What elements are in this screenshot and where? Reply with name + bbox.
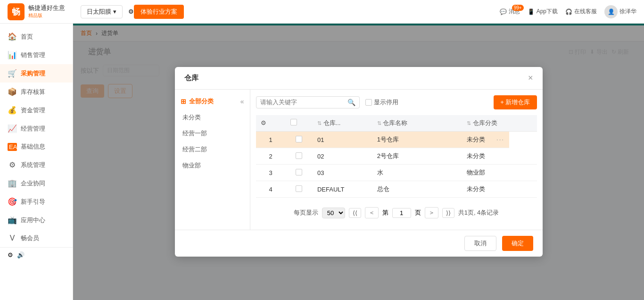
sidebar-label-home: 首页: [21, 33, 33, 41]
category-all-label: 全部分类: [189, 97, 214, 106]
sidebar-item-sales[interactable]: 📊 销售管理: [0, 46, 73, 64]
category-panel: ⊞ 全部分类 « 未分类 经营一部 经营二部: [175, 90, 250, 230]
row-num-2: 3: [256, 165, 286, 181]
show-disabled-toggle[interactable]: 显示停用: [365, 98, 398, 107]
per-page-label: 每页显示: [294, 208, 318, 217]
row-category-0: 未分类···: [462, 132, 509, 148]
notification-item[interactable]: 💬 消息 99+: [500, 8, 520, 16]
sidebar-item-home[interactable]: 🏠 首页: [0, 27, 73, 46]
row-num-0: 1: [256, 131, 286, 148]
category-all[interactable]: ⊞ 全部分类: [181, 97, 214, 106]
sidebar-item-apps[interactable]: 📺 应用中心: [0, 211, 73, 229]
table-row[interactable]: 2 02 2号仓库 未分类: [256, 148, 537, 165]
row-category-1: 未分类: [462, 148, 537, 165]
col-name-header: ⇅ 仓库名称: [372, 115, 462, 132]
row-code-2: 03: [313, 165, 372, 181]
grid-icon: ⊞: [181, 98, 186, 105]
settings-bottom-icon[interactable]: ⚙: [8, 251, 13, 258]
category-item-0[interactable]: 未分类: [175, 109, 250, 125]
table-row[interactable]: 4 DEFAULT 总仓 未分类: [256, 181, 537, 198]
app-download-item[interactable]: 📱 App下载: [528, 8, 558, 16]
row-name-3: 总仓: [372, 181, 462, 198]
col-setting-header: ⚙: [256, 115, 286, 132]
warehouse-table: ⚙ ⇅ 仓库...: [256, 115, 537, 198]
select-all-checkbox[interactable]: [290, 119, 297, 125]
dialog-body: ⊞ 全部分类 « 未分类 经营一部 经营二部: [175, 90, 543, 230]
app-edition: 精品版: [28, 12, 65, 19]
category-item-1[interactable]: 经营一部: [175, 125, 250, 142]
page-suffix: 页: [415, 208, 421, 217]
sidebar-label-sales: 销售管理: [21, 51, 45, 59]
search-icon: 🔍: [347, 99, 355, 106]
header-actions: 💬 消息 99+ 📱 App下载 🎧 在线客服 👤 徐泽华: [500, 5, 636, 18]
modal-overlay: 仓库 × ⊞ 全部分类 «: [73, 24, 644, 300]
per-page-select[interactable]: 50: [322, 208, 345, 218]
page-number-input[interactable]: [392, 208, 411, 218]
gear-icon[interactable]: ⚙: [261, 119, 266, 126]
basic-icon: EA: [8, 143, 17, 151]
app-download-label: App下载: [537, 8, 558, 16]
col-category-header: ⇅ 仓库分类: [462, 115, 537, 132]
store-name: 日太阳膜: [87, 8, 111, 16]
row-num-3: 4: [256, 181, 286, 198]
show-disabled-checkbox[interactable]: [365, 99, 372, 106]
user-profile[interactable]: 👤 徐泽华: [604, 5, 636, 18]
category-label-0: 未分类: [182, 114, 201, 121]
close-button[interactable]: ×: [528, 74, 533, 82]
collapse-button[interactable]: «: [240, 98, 244, 105]
sidebar-item-purchase[interactable]: 🛒 采购管理: [0, 64, 73, 83]
category-label-2: 经营二部: [182, 146, 207, 153]
category-header: ⊞ 全部分类 «: [175, 93, 250, 109]
sidebar-item-guide[interactable]: 🎯 新手引导: [0, 192, 73, 211]
sort-icon: ⇅: [317, 120, 322, 126]
main-content: 首页 › 进货单 进货单 ⊡ 打印 ⬇ 导出 ↻ 刷新 按以下 日期范围 查询 …: [73, 24, 644, 300]
online-service-label: 在线客服: [574, 8, 597, 16]
row-checkbox-0[interactable]: [296, 136, 302, 142]
sidebar-item-inventory[interactable]: 📦 库存核算: [0, 83, 73, 101]
dialog-title: 仓库: [184, 74, 198, 83]
inventory-icon: 📦: [8, 87, 17, 96]
col-category-label: 仓库分类: [473, 119, 497, 126]
sidebar-item-basic[interactable]: EA 基础信息: [0, 138, 73, 156]
speaker-icon[interactable]: 🔊: [17, 251, 25, 258]
row-checkbox-3[interactable]: [296, 185, 302, 192]
table-row[interactable]: 3 03 水 物业部: [256, 165, 537, 181]
sidebar-item-operation[interactable]: 📈 经营管理: [0, 119, 73, 138]
row-num-1: 2: [256, 148, 286, 165]
add-warehouse-button[interactable]: + 新增仓库: [494, 95, 537, 109]
sort-icon3: ⇅: [467, 120, 471, 126]
row-name-0: 1号仓库: [372, 131, 462, 148]
sidebar-label-system: 系统管理: [21, 161, 45, 169]
sidebar-item-enterprise[interactable]: 🏢 企业协同: [0, 174, 73, 192]
sidebar-item-finance[interactable]: 💰 资金管理: [0, 101, 73, 119]
headset-icon: 🎧: [565, 8, 572, 15]
col-code-label: 仓库...: [323, 119, 341, 126]
search-input[interactable]: [260, 99, 347, 106]
cancel-button[interactable]: 取消: [464, 236, 496, 251]
sort-icon2: ⇅: [377, 120, 381, 126]
online-service-item[interactable]: 🎧 在线客服: [565, 8, 597, 16]
first-page-button[interactable]: ⟨⟨: [349, 208, 361, 218]
store-selector[interactable]: 日太阳膜 ▾: [81, 5, 123, 18]
category-item-3[interactable]: 物业部: [175, 158, 250, 174]
row-category-2: 物业部: [462, 165, 537, 181]
category-item-2[interactable]: 经营二部: [175, 142, 250, 158]
apps-icon: 📺: [8, 216, 17, 225]
notification-badge: 99+: [512, 5, 524, 11]
confirm-button[interactable]: 确定: [502, 236, 533, 251]
sidebar-item-system[interactable]: ⚙ 系统管理: [0, 156, 73, 174]
row-checkbox-2[interactable]: [296, 169, 302, 175]
row-more-btn-0[interactable]: ···: [496, 136, 504, 143]
home-icon: 🏠: [8, 32, 17, 41]
last-page-button[interactable]: ⟩⟩: [442, 208, 454, 218]
member-icon: V: [8, 234, 17, 242]
sidebar-item-member[interactable]: V 畅会员: [0, 229, 73, 247]
row-checkbox-1[interactable]: [296, 152, 302, 159]
prev-page-button[interactable]: ＜: [365, 207, 379, 218]
sidebar-label-guide: 新手引导: [21, 198, 45, 206]
table-row[interactable]: 1 01 1号仓库 未分类···: [256, 131, 537, 148]
row-code-1: 02: [313, 148, 372, 165]
settings-icon[interactable]: ⚙: [128, 8, 134, 15]
next-page-button[interactable]: ＞: [425, 207, 438, 218]
trial-button[interactable]: 体验行业方案: [134, 5, 184, 19]
